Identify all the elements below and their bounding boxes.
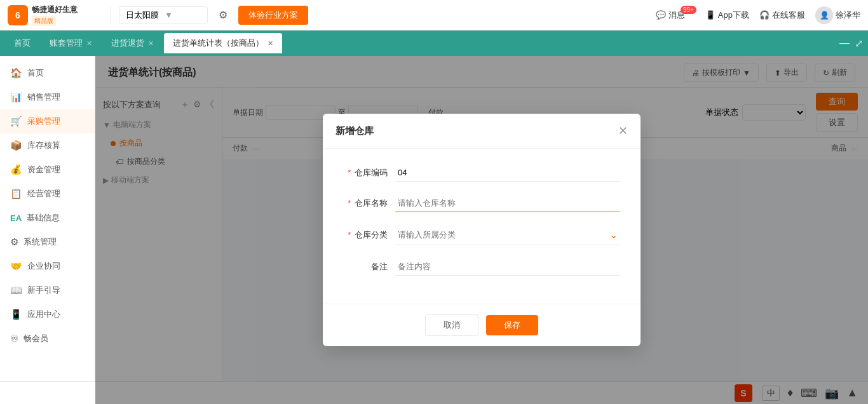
membership-icon: ♾	[10, 333, 18, 344]
required-star-2: *	[348, 198, 351, 208]
tab-bar: 首页 账套管理 ✕ 进货退货 ✕ 进货单统计表（按商品） ✕ — ⤢	[0, 30, 868, 56]
tab-expand-icon[interactable]: ⤢	[855, 37, 863, 50]
category-dropdown-icon[interactable]: ⌄	[609, 229, 618, 241]
modal-close-icon[interactable]: ✕	[618, 124, 628, 138]
sidebar-item-sales-label: 销售管理	[27, 91, 60, 103]
modal-header: 新增仓库 ✕	[323, 114, 641, 149]
cancel-button[interactable]: 取消	[425, 314, 478, 336]
guide-icon: 📖	[10, 285, 22, 296]
name-label: * 仓库名称	[343, 198, 388, 209]
sidebar-item-sales[interactable]: 📊 销售管理	[0, 85, 95, 109]
system-icon: ⚙	[10, 236, 18, 248]
sidebar-item-enterprise[interactable]: 🤝 企业协同	[0, 254, 95, 278]
trial-button[interactable]: 体验行业方案	[238, 6, 308, 25]
finance-icon: 💰	[10, 164, 22, 175]
user-name: 徐泽华	[836, 10, 860, 21]
sidebar-item-inventory[interactable]: 📦 库存核算	[0, 133, 95, 158]
sidebar-item-home[interactable]: 🏠 首页	[0, 61, 95, 85]
content-area: 进货单统计(按商品) 🖨 按模板打印 ▼ ⬆ 导出 ↻ 刷新	[95, 56, 868, 404]
tab-stats-label: 进货单统计表（按商品）	[173, 37, 264, 49]
app-center-icon: 📱	[10, 309, 22, 320]
settings-button[interactable]: ⚙	[213, 5, 233, 25]
name-input[interactable]	[395, 194, 620, 212]
sidebar-item-operations-label: 经营管理	[27, 188, 60, 199]
code-label: * 仓库编码	[343, 167, 388, 178]
code-input[interactable]	[395, 164, 620, 182]
logo-area: 6 畅捷通好生意 精品版	[8, 4, 103, 26]
sidebar: 🏠 首页 📊 销售管理 🛒 采购管理 📦 库存核算 💰 资金管理 📋 经营管理 …	[0, 56, 95, 404]
logo-title: 畅捷通好生意	[32, 4, 78, 15]
tab-return-close[interactable]: ✕	[148, 39, 154, 48]
sidebar-item-home-label: 首页	[27, 67, 44, 79]
messages-nav[interactable]: 💬 消息 99+	[656, 10, 695, 21]
inventory-icon: 📦	[10, 140, 22, 151]
form-row-category: * 仓库分类 ⌄	[343, 225, 620, 245]
sidebar-item-operations[interactable]: 📋 经营管理	[0, 182, 95, 206]
tab-home[interactable]: 首页	[5, 33, 39, 53]
sidebar-item-basic-info[interactable]: EA 基础信息	[0, 206, 95, 230]
sidebar-item-basic-info-label: 基础信息	[27, 212, 60, 224]
top-right: 💬 消息 99+ 📱 App下载 🎧 在线客服 👤 徐泽华	[656, 6, 860, 24]
online-service-nav[interactable]: 🎧 在线客服	[759, 10, 805, 21]
modal-body: * 仓库编码 * 仓库名称	[323, 149, 641, 304]
modal-title: 新增仓库	[336, 125, 374, 137]
avatar: 👤	[815, 6, 833, 24]
tab-account-close[interactable]: ✕	[86, 39, 92, 48]
form-row-remark: 备注	[343, 258, 620, 276]
online-service-label: 在线客服	[772, 10, 805, 21]
required-star: *	[348, 168, 351, 177]
sidebar-item-finance-label: 资金管理	[27, 164, 60, 175]
main-layout: 🏠 首页 📊 销售管理 🛒 采购管理 📦 库存核算 💰 资金管理 📋 经营管理 …	[0, 56, 868, 404]
save-button[interactable]: 保存	[486, 315, 538, 335]
message-icon: 💬	[656, 10, 666, 20]
app-download-nav[interactable]: 📱 App下载	[705, 10, 749, 21]
tab-stats[interactable]: 进货单统计表（按商品） ✕	[164, 33, 282, 53]
top-nav: 6 畅捷通好生意 精品版 日太阳膜 ▼ ⚙ 体验行业方案 💬 消息 99+ 📱 …	[0, 0, 868, 30]
tab-actions: — ⤢	[839, 37, 863, 50]
sales-icon: 📊	[10, 91, 22, 103]
sidebar-item-purchase[interactable]: 🛒 采购管理	[0, 109, 95, 133]
logo-icon: 6	[8, 5, 28, 25]
tab-minimize-icon[interactable]: —	[839, 37, 850, 50]
user-nav[interactable]: 👤 徐泽华	[815, 6, 860, 24]
category-select-row[interactable]: ⌄	[395, 225, 620, 245]
category-label: * 仓库分类	[343, 229, 388, 241]
headset-icon: 🎧	[759, 10, 770, 20]
sidebar-item-guide[interactable]: 📖 新手引导	[0, 278, 95, 302]
sidebar-item-app-center[interactable]: 📱 应用中心	[0, 302, 95, 327]
sidebar-item-membership[interactable]: ♾ 畅会员	[0, 327, 95, 351]
sidebar-item-enterprise-label: 企业协同	[27, 260, 60, 272]
sidebar-item-finance[interactable]: 💰 资金管理	[0, 158, 95, 182]
sidebar-item-system[interactable]: ⚙ 系统管理	[0, 230, 95, 254]
tab-stats-close[interactable]: ✕	[268, 39, 273, 48]
required-star-3: *	[348, 230, 351, 239]
category-input[interactable]	[398, 230, 609, 239]
modal-overlay[interactable]: 新增仓库 ✕ * 仓库编码 *	[95, 56, 868, 404]
operations-icon: 📋	[10, 188, 22, 199]
store-selector[interactable]: 日太阳膜 ▼	[119, 6, 208, 24]
modal-footer: 取消 保存	[323, 304, 641, 346]
purchase-icon: 🛒	[10, 116, 22, 127]
sidebar-item-system-label: 系统管理	[24, 236, 57, 248]
tab-return[interactable]: 进货退货 ✕	[102, 33, 163, 53]
tab-home-label: 首页	[14, 37, 31, 49]
app-download-label: App下载	[718, 10, 749, 21]
chevron-down-icon: ▼	[165, 10, 201, 20]
logo-sub: 精品版	[32, 16, 56, 26]
phone-icon: 📱	[705, 10, 715, 20]
tab-account[interactable]: 账套管理 ✕	[41, 33, 101, 53]
form-row-code: * 仓库编码	[343, 164, 620, 182]
sidebar-item-membership-label: 畅会员	[24, 333, 48, 344]
basic-info-icon: EA	[10, 213, 22, 223]
home-icon: 🏠	[10, 67, 22, 79]
form-row-name: * 仓库名称	[343, 194, 620, 212]
store-name: 日太阳膜	[126, 10, 162, 21]
remark-label: 备注	[343, 261, 388, 273]
tab-return-label: 进货退货	[111, 37, 144, 49]
sidebar-item-inventory-label: 库存核算	[27, 140, 60, 151]
enterprise-icon: 🤝	[10, 260, 22, 272]
divider	[111, 6, 111, 24]
remark-input[interactable]	[395, 258, 620, 276]
tab-account-label: 账套管理	[50, 37, 83, 49]
sidebar-item-guide-label: 新手引导	[27, 285, 60, 296]
